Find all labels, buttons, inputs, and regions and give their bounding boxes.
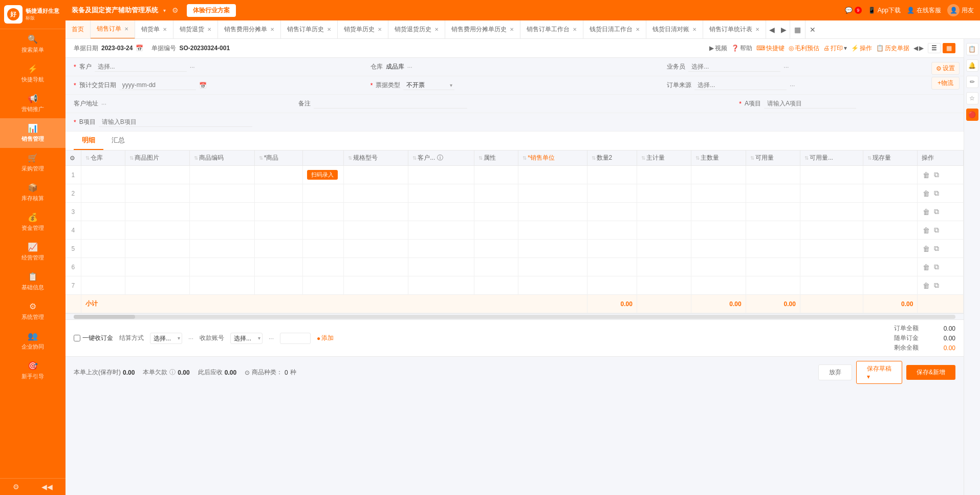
tab-fee-history-close[interactable]: ✕ bbox=[510, 27, 514, 32]
sidebar-item-marketing[interactable]: 📢 营销推广 bbox=[0, 89, 66, 118]
tab-home[interactable]: 首页 bbox=[66, 20, 91, 39]
payment-method-select[interactable]: 选择... bbox=[150, 333, 182, 344]
row-2-main-unit[interactable] bbox=[637, 184, 691, 203]
tab-order-workbench[interactable]: 销售订单工作台 ✕ bbox=[520, 20, 583, 39]
row-1-main-unit[interactable] bbox=[637, 166, 691, 184]
tab-order-workbench-close[interactable]: ✕ bbox=[573, 27, 577, 32]
tab-next-nav[interactable]: ▶ bbox=[778, 20, 790, 39]
order-source-expand[interactable]: ··· bbox=[790, 82, 795, 89]
row-1-main-qty[interactable] bbox=[691, 166, 746, 184]
print-dropdown[interactable]: ▾ bbox=[844, 45, 847, 52]
right-panel-btn-1[interactable]: 📋 bbox=[966, 43, 978, 55]
tab-detail[interactable]: 明细 bbox=[74, 132, 103, 150]
row-2-code[interactable] bbox=[190, 184, 255, 203]
tab-invoice-history-close[interactable]: ✕ bbox=[378, 27, 382, 32]
account-expand[interactable]: ··· bbox=[269, 335, 274, 342]
solution-button[interactable]: 体验行业方案 bbox=[187, 4, 236, 17]
quick-payment-checkbox-label[interactable]: 一键收订金 bbox=[74, 334, 113, 342]
topbar-gear-icon[interactable]: ⚙ bbox=[172, 6, 179, 14]
row-2-warehouse[interactable] bbox=[81, 184, 125, 203]
logistics-button[interactable]: +物流 bbox=[931, 77, 960, 90]
row-1-unit[interactable] bbox=[518, 166, 587, 184]
row-2-main-qty[interactable] bbox=[691, 184, 746, 203]
row-2-unit[interactable] bbox=[518, 184, 587, 203]
invoice-type-select[interactable]: 不开票 增值税发票 普通发票 bbox=[403, 80, 454, 90]
prev-record[interactable]: ◀ bbox=[913, 45, 918, 52]
delivery-date-input[interactable] bbox=[119, 80, 196, 90]
staff-expand[interactable]: ··· bbox=[783, 63, 789, 71]
tab-grid-icon[interactable]: ▦ bbox=[790, 20, 805, 39]
tab-sales-return[interactable]: 销货退货 ✕ bbox=[173, 20, 218, 39]
settings-button[interactable]: ⚙ 设置 bbox=[931, 62, 960, 75]
user-item[interactable]: 👤 用友 bbox=[947, 4, 974, 16]
row-3-copy-btn[interactable]: ⧉ bbox=[933, 206, 940, 217]
sidebar-item-basic[interactable]: 📋 基础信息 bbox=[0, 267, 66, 296]
next-record[interactable]: ▶ bbox=[919, 45, 924, 52]
row-5-copy-btn[interactable]: ⧉ bbox=[933, 243, 940, 254]
order-source-input[interactable] bbox=[694, 80, 787, 90]
grid-view-btn[interactable]: ▦ bbox=[943, 43, 955, 53]
tab-summary[interactable]: 汇总 bbox=[103, 132, 133, 150]
tab-sales-invoice[interactable]: 销货单 ✕ bbox=[135, 20, 173, 39]
right-panel-btn-3[interactable]: ✏ bbox=[966, 76, 978, 88]
b-project-input[interactable] bbox=[99, 117, 252, 127]
save-draft-dropdown[interactable]: ▾ bbox=[867, 373, 891, 380]
save-new-button[interactable]: 保存&新增 bbox=[906, 365, 955, 380]
tab-daily-clear-close[interactable]: ✕ bbox=[636, 27, 640, 32]
account-select[interactable]: 选择... bbox=[230, 333, 263, 344]
print-link[interactable]: 🖨 打印 ▾ bbox=[823, 44, 847, 53]
row-5-delete-btn[interactable]: 🗑 bbox=[922, 243, 931, 254]
row-7-delete-btn[interactable]: 🗑 bbox=[922, 280, 931, 291]
tab-fee-split-close[interactable]: ✕ bbox=[270, 27, 274, 32]
th-settings[interactable]: ⚙ bbox=[66, 150, 81, 166]
tab-order-history[interactable]: 销售订单历史 ✕ bbox=[281, 20, 338, 39]
quick-payment-checkbox[interactable] bbox=[74, 335, 80, 341]
a-project-input[interactable] bbox=[764, 99, 856, 109]
help-link[interactable]: ❓ 帮助 bbox=[731, 44, 752, 53]
goods-count-icon[interactable]: ⊙ bbox=[245, 369, 250, 376]
remark-input[interactable] bbox=[314, 99, 467, 109]
view-link[interactable]: ▶ 视频 bbox=[709, 44, 727, 53]
shortcut-link[interactable]: ⌨ 快捷键 bbox=[756, 44, 785, 53]
row-1-spec[interactable] bbox=[343, 166, 408, 184]
row-2-product[interactable] bbox=[254, 184, 302, 203]
sidebar-item-finance[interactable]: 💰 资金管理 bbox=[0, 207, 66, 237]
operation-link[interactable]: ⚡ 操作 bbox=[851, 44, 872, 53]
tab-sales-order-close[interactable]: ✕ bbox=[124, 26, 128, 32]
row-2-attr[interactable] bbox=[474, 184, 518, 203]
sidebar-item-purchase[interactable]: 🛒 采购管理 bbox=[0, 148, 66, 178]
row-6-delete-btn[interactable]: 🗑 bbox=[922, 262, 931, 272]
discard-button[interactable]: 放弃 bbox=[818, 364, 852, 380]
add-button[interactable]: ● 添加 bbox=[317, 334, 334, 342]
row-7-copy-btn[interactable]: ⧉ bbox=[933, 280, 940, 291]
tab-sales-stats-close[interactable]: ✕ bbox=[755, 27, 759, 32]
scan-btn-1[interactable]: 扫码录入 bbox=[307, 170, 338, 180]
table-scrollbar[interactable] bbox=[66, 313, 964, 319]
tab-return-history[interactable]: 销货退货历史 ✕ bbox=[388, 20, 445, 39]
notification-item[interactable]: 💬 9 bbox=[845, 7, 862, 14]
tab-daily-reconcile-close[interactable]: ✕ bbox=[692, 27, 696, 32]
settings-bottom-icon[interactable]: ⚙ bbox=[13, 483, 19, 491]
row-2-spec[interactable] bbox=[343, 184, 408, 203]
staff-input[interactable] bbox=[688, 62, 780, 72]
tab-fee-split[interactable]: 销售费用分摊单 ✕ bbox=[218, 20, 281, 39]
customer-input[interactable] bbox=[95, 62, 187, 72]
sidebar-item-sales[interactable]: 📊 销售管理 bbox=[0, 118, 66, 148]
row-2-delete-btn[interactable]: 🗑 bbox=[922, 188, 931, 199]
tab-sales-stats[interactable]: 销售订单统计表 ✕ bbox=[703, 20, 766, 39]
payment-method-expand[interactable]: ··· bbox=[188, 335, 193, 342]
history-link[interactable]: 📋 历史单据 bbox=[876, 44, 909, 53]
sidebar-item-guide[interactable]: 🎯 新手引导 bbox=[0, 356, 66, 385]
amount-input[interactable]: 0.00 bbox=[280, 333, 311, 344]
row-1-delete-btn[interactable]: 🗑 bbox=[922, 169, 931, 180]
calendar-icon[interactable]: 📅 bbox=[136, 45, 143, 52]
row-2-customer-code[interactable] bbox=[408, 184, 474, 203]
tab-prev-nav[interactable]: ◀ bbox=[766, 20, 778, 39]
row-1-code[interactable] bbox=[190, 166, 255, 184]
row-1-qty2[interactable] bbox=[587, 166, 637, 184]
list-view-btn[interactable]: ☰ bbox=[928, 43, 941, 53]
address-expand[interactable]: ··· bbox=[101, 100, 106, 107]
sidebar-item-nav[interactable]: ⚡ 快捷导航 bbox=[0, 59, 66, 89]
row-2-qty2[interactable] bbox=[587, 184, 637, 203]
tab-order-history-close[interactable]: ✕ bbox=[327, 27, 331, 32]
